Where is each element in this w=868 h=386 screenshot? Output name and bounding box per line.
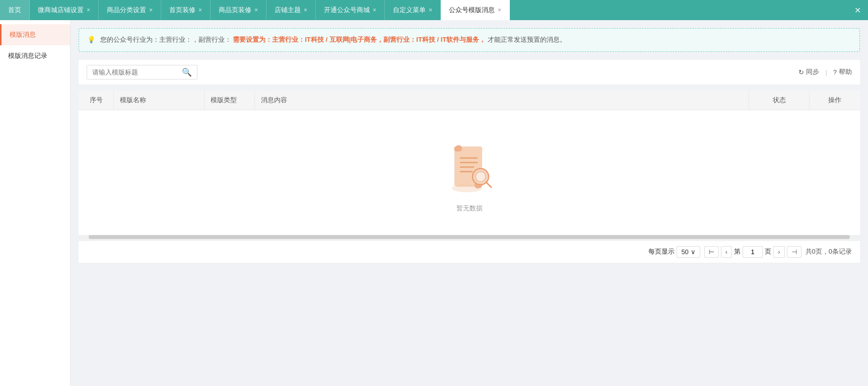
tab-close-product-decor[interactable]: × xyxy=(254,7,258,14)
notice-banner: 💡 您的公众号行业为：主营行业：，副营行业： 需要设置为：主营行业：IT科技 /… xyxy=(79,28,860,52)
tab-item-home[interactable]: 首页 xyxy=(0,0,30,20)
page-size-select: 每页显示 50 ∨ xyxy=(648,246,700,258)
notice-suffix: 才能正常发送预置的消息。 xyxy=(488,36,566,43)
th-content: 消息内容 xyxy=(255,91,749,110)
page-label: 页 xyxy=(765,247,771,256)
tab-label-store-theme: 店铺主题 xyxy=(275,6,301,15)
table-header: 序号 模版名称 模版类型 消息内容 状态 操作 xyxy=(79,91,860,110)
tab-item-template-msg[interactable]: 公众号模版消息× xyxy=(441,0,510,20)
prev-page-button[interactable]: ‹ xyxy=(721,246,732,258)
tab-item-product-decor[interactable]: 商品页装修× xyxy=(211,0,266,20)
page-size-value: 50 xyxy=(681,248,688,256)
tab-close-open-mall[interactable]: × xyxy=(373,7,376,14)
current-page-input[interactable] xyxy=(743,246,763,258)
th-seq: 序号 xyxy=(79,91,114,110)
svg-line-7 xyxy=(486,182,491,187)
sidebar-item-template-msg-log[interactable]: 模版消息记录 xyxy=(0,45,70,66)
tab-close-store-settings[interactable]: × xyxy=(87,7,90,14)
total-text: 共0页，0条记录 xyxy=(806,247,852,256)
empty-text: 暂无数据 xyxy=(456,204,483,213)
toolbar-right: ↻ 同步 | ? 帮助 xyxy=(798,67,852,76)
empty-illustration xyxy=(439,140,500,196)
help-button[interactable]: ? 帮助 xyxy=(833,67,852,76)
close-all-button[interactable]: ✕ xyxy=(847,0,868,20)
notice-prefix: 您的公众号行业为：主营行业：，副营行业： xyxy=(100,36,231,43)
tab-close-store-theme[interactable]: × xyxy=(304,7,307,14)
notice-icon: 💡 xyxy=(87,36,95,43)
dropdown-arrow-icon: ∨ xyxy=(691,248,696,256)
data-table: 序号 模版名称 模版类型 消息内容 状态 操作 xyxy=(79,91,860,239)
tab-label-home: 首页 xyxy=(8,6,21,15)
tab-close-custom-menu[interactable]: × xyxy=(429,7,432,14)
tab-item-open-mall[interactable]: 开通公众号商城× xyxy=(316,0,385,20)
sidebar-item-template-msg[interactable]: 模版消息 xyxy=(0,24,70,45)
tab-label-store-settings: 微商城店铺设置 xyxy=(38,6,84,15)
tab-label-home-decor: 首页装修 xyxy=(169,6,195,15)
tab-label-category-settings: 商品分类设置 xyxy=(107,6,146,15)
scrollbar-thumb[interactable] xyxy=(89,235,850,239)
tab-item-store-settings[interactable]: 微商城店铺设置× xyxy=(30,0,99,20)
page-di-label: 第 xyxy=(734,247,741,256)
tab-label-open-mall: 开通公众号商城 xyxy=(324,6,370,15)
tab-close-category-settings[interactable]: × xyxy=(149,7,153,14)
th-status: 状态 xyxy=(749,91,810,110)
sync-label: 同步 xyxy=(806,67,819,76)
empty-state: 暂无数据 xyxy=(79,110,860,233)
sidebar: 模版消息模版消息记录 xyxy=(0,20,71,386)
tab-label-template-msg: 公众号模版消息 xyxy=(449,6,495,15)
notice-highlight: 需要设置为：主营行业：IT科技 / 互联网|电子商务，副营行业：IT科技 / I… xyxy=(233,36,486,43)
search-input[interactable] xyxy=(87,65,178,79)
search-input-wrap: 🔍 xyxy=(87,65,197,80)
page-size-dropdown[interactable]: 50 ∨ xyxy=(677,246,700,258)
page-size-label: 每页显示 xyxy=(648,247,675,256)
sync-button[interactable]: ↻ 同步 xyxy=(798,67,819,76)
tab-label-product-decor: 商品页装修 xyxy=(219,6,251,15)
svg-point-6 xyxy=(476,172,486,182)
th-action: 操作 xyxy=(810,91,860,110)
pagination: 每页显示 50 ∨ ⊢ ‹ 第 页 › ⊣ 共0页，0条记录 xyxy=(79,241,860,263)
tab-item-category-settings[interactable]: 商品分类设置× xyxy=(99,0,161,20)
th-type: 模版类型 xyxy=(205,91,255,110)
sync-icon: ↻ xyxy=(798,68,804,76)
next-page-button[interactable]: › xyxy=(773,246,784,258)
search-button[interactable]: 🔍 xyxy=(178,67,196,77)
page-navigation: ⊢ ‹ 第 页 › ⊣ xyxy=(704,246,802,258)
tab-bar: 首页微商城店铺设置×商品分类设置×首页装修×商品页装修×店铺主题×开通公众号商城… xyxy=(0,0,868,20)
first-page-button[interactable]: ⊢ xyxy=(704,246,719,258)
th-name: 模版名称 xyxy=(114,91,205,110)
search-bar: 🔍 ↻ 同步 | ? 帮助 xyxy=(79,60,860,85)
help-icon: ? xyxy=(833,68,837,76)
tab-item-custom-menu[interactable]: 自定义菜单× xyxy=(385,0,441,20)
content-area: 💡 您的公众号行业为：主营行业：，副营行业： 需要设置为：主营行业：IT科技 /… xyxy=(71,20,868,386)
main-layout: 模版消息模版消息记录 💡 您的公众号行业为：主营行业：，副营行业： 需要设置为：… xyxy=(0,20,868,386)
tab-label-custom-menu: 自定义菜单 xyxy=(393,6,426,15)
tab-item-home-decor[interactable]: 首页装修× xyxy=(161,0,211,20)
divider: | xyxy=(825,68,827,76)
help-label: 帮助 xyxy=(839,67,852,76)
tab-close-template-msg[interactable]: × xyxy=(498,7,501,14)
tab-item-store-theme[interactable]: 店铺主题× xyxy=(266,0,316,20)
last-page-button[interactable]: ⊣ xyxy=(787,246,802,258)
horizontal-scrollbar[interactable] xyxy=(79,235,860,239)
tab-close-home-decor[interactable]: × xyxy=(198,7,202,14)
